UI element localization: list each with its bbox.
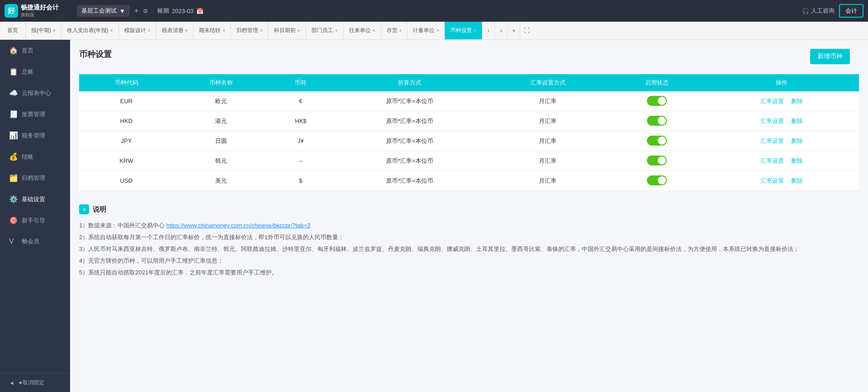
cell-name-0: 欧元	[174, 91, 268, 111]
tab-expand-btn[interactable]: ⛶	[520, 22, 533, 39]
add-tab-icon[interactable]: +	[134, 7, 138, 15]
cell-code-2: JPY	[79, 131, 174, 151]
delete-btn-1[interactable]: 删除	[791, 118, 803, 124]
calendar-icon[interactable]: 📅	[196, 8, 203, 14]
cell-symbol-3: --	[268, 151, 333, 171]
col-header-status: 启用状态	[610, 74, 704, 91]
table-row: JPY 日圆 J¥ 原币*汇率=本位币 月汇率 汇率设置 删除	[79, 131, 859, 151]
sidebar-item-home[interactable]: 🏠 首页	[0, 40, 70, 61]
toggle-1[interactable]	[647, 116, 667, 126]
tab-inventory[interactable]: 存货 ×	[381, 22, 408, 39]
close-tab-dept[interactable]: ×	[335, 28, 338, 33]
dropdown-icon: ▼	[119, 8, 125, 14]
toggle-3[interactable]	[647, 156, 667, 165]
pin-icon: ◄	[9, 380, 14, 386]
archive-icon: 🗂️	[9, 174, 17, 182]
notes-heading: 说明	[93, 205, 106, 214]
tab-period-end[interactable]: 期末结转 ×	[193, 22, 231, 39]
cell-conversion-2: 原币*汇率=本位币	[333, 131, 486, 151]
sidebar-item-ledger[interactable]: 📋 总账	[0, 61, 70, 82]
sidebar-item-settings[interactable]: ⚙️ 基础设置	[0, 189, 70, 210]
sidebar-item-member[interactable]: V 畅会员	[0, 231, 70, 252]
toggle-knob-3	[658, 156, 666, 165]
tab-archive[interactable]: 归档管理 ×	[231, 22, 269, 39]
close-tab-currency[interactable]: ×	[474, 28, 476, 33]
sidebar-label-tax: 税务管理	[22, 132, 45, 140]
tab-income[interactable]: 收入支出表(年报) ×	[61, 22, 119, 39]
logo-sub: 旗舰版	[21, 12, 59, 18]
note-item-3: 3）人民币对马来西亚林吉特、俄罗斯卢布、南非兰特、韩元、阿联酋迪拉姆、沙特里亚尔…	[79, 243, 859, 255]
cell-rate-type-4: 月汇率	[486, 171, 610, 191]
table-row: EUR 欧元 € 原币*汇率=本位币 月汇率 汇率设置 删除	[79, 91, 859, 111]
sidebar-item-archive[interactable]: 🗂️ 归档管理	[0, 167, 70, 189]
consult-button[interactable]: 🎧 人工咨询	[802, 7, 835, 15]
rate-setting-btn-1[interactable]: 汇率设置	[760, 118, 784, 124]
cell-name-4: 美元	[174, 171, 268, 191]
toggle-0[interactable]	[647, 96, 667, 106]
cell-conversion-1: 原币*汇率=本位币	[333, 111, 486, 131]
cell-conversion-0: 原币*汇率=本位币	[333, 91, 486, 111]
close-tab-period-end[interactable]: ×	[222, 28, 225, 33]
account-button[interactable]: 会计	[839, 4, 863, 18]
sidebar-item-checkout[interactable]: 💰 结账	[0, 146, 70, 167]
close-tab-contacts[interactable]: ×	[373, 28, 375, 33]
new-currency-button[interactable]: 新增币种	[810, 49, 850, 64]
sidebar-pin-toggle[interactable]: ◄ ◄取消固定	[0, 373, 70, 392]
delete-btn-4[interactable]: 删除	[791, 177, 803, 184]
notes-title: ≡ 说明	[79, 204, 859, 214]
cell-code-1: HKD	[79, 111, 174, 131]
tab-template[interactable]: 模版设计 ×	[119, 22, 156, 39]
table-row: USD 美元 $ 原币*汇率=本位币 月汇率 汇率设置 删除	[79, 171, 859, 191]
close-tab-template[interactable]: ×	[148, 28, 151, 33]
tab-subject[interactable]: 科目期初 ×	[269, 22, 306, 39]
delete-btn-2[interactable]: 删除	[791, 137, 803, 144]
tab-contacts[interactable]: 往来单位 ×	[344, 22, 381, 39]
tab-home[interactable]: 首页	[0, 22, 26, 39]
sidebar-label-ledger: 总账	[22, 68, 33, 76]
tab-dept[interactable]: 部门员工 ×	[306, 22, 344, 39]
rate-setting-btn-3[interactable]: 汇率设置	[760, 157, 784, 164]
cell-name-3: 韩元	[174, 151, 268, 171]
close-tab-unit[interactable]: ×	[436, 28, 439, 33]
tab-currency[interactable]: 币种设置 ×	[445, 22, 482, 39]
company-name: 基层工会测试	[81, 7, 117, 15]
cell-symbol-2: J¥	[268, 131, 333, 151]
sidebar-item-guide[interactable]: 🎯 新手引导	[0, 210, 70, 231]
rate-setting-btn-0[interactable]: 汇率设置	[760, 98, 784, 104]
close-tab-subject[interactable]: ×	[297, 28, 300, 33]
cell-code-0: EUR	[79, 91, 174, 111]
tab-close-all-btn[interactable]: ×	[508, 22, 520, 39]
note-item-5: 5）系统只能自动抓取2021年度后的汇率，之前年度汇率需要用户手工维护。	[79, 267, 859, 279]
toggle-knob-2	[658, 137, 666, 145]
sidebar-item-reports[interactable]: ☁️ 云报表中心	[0, 82, 70, 104]
tab-next-btn[interactable]: ›	[495, 22, 508, 39]
sidebar-label-member: 畅会员	[22, 237, 39, 246]
notes-link[interactable]: https://www.chinamoney.com.cn/chinese/bk…	[166, 222, 311, 229]
sidebar-item-tax[interactable]: 📊 税务管理	[0, 125, 70, 146]
tab-prev-btn[interactable]: ‹	[482, 22, 495, 39]
tab-unit[interactable]: 计量单位 ×	[407, 22, 445, 39]
company-selector[interactable]: 基层工会测试 ▼	[77, 5, 130, 17]
close-tab-income[interactable]: ×	[110, 28, 113, 33]
close-tab-archive[interactable]: ×	[260, 28, 263, 33]
toggle-4[interactable]	[647, 175, 667, 185]
toggle-2[interactable]	[647, 136, 667, 146]
close-tab-report-mid[interactable]: ×	[53, 28, 56, 33]
close-tab-tax[interactable]: ×	[185, 28, 188, 33]
col-header-conversion: 折算方式	[333, 74, 486, 91]
note-item-4: 4）无官方牌价的币种，可以用用户手工维护汇率信息；	[79, 255, 859, 267]
tab-bar: 首页 报(中期) × 收入支出表(年报) × 模版设计 × 税表清册 × 期末结…	[0, 22, 868, 40]
member-icon: V	[9, 237, 17, 246]
sidebar-item-invoice[interactable]: 🧾 发票管理	[0, 104, 70, 125]
tab-report-mid[interactable]: 报(中期) ×	[26, 22, 61, 39]
tab-tax[interactable]: 税表清册 ×	[156, 22, 194, 39]
cell-symbol-0: €	[268, 91, 333, 111]
rate-setting-btn-4[interactable]: 汇率设置	[760, 177, 784, 184]
cell-status-0	[610, 91, 704, 111]
rate-setting-btn-2[interactable]: 汇率设置	[760, 137, 784, 144]
cell-name-2: 日圆	[174, 131, 268, 151]
delete-btn-3[interactable]: 删除	[791, 157, 803, 164]
delete-btn-0[interactable]: 删除	[791, 98, 803, 104]
close-tab-inventory[interactable]: ×	[399, 28, 402, 33]
settings-icon[interactable]: ⚙	[143, 8, 148, 14]
